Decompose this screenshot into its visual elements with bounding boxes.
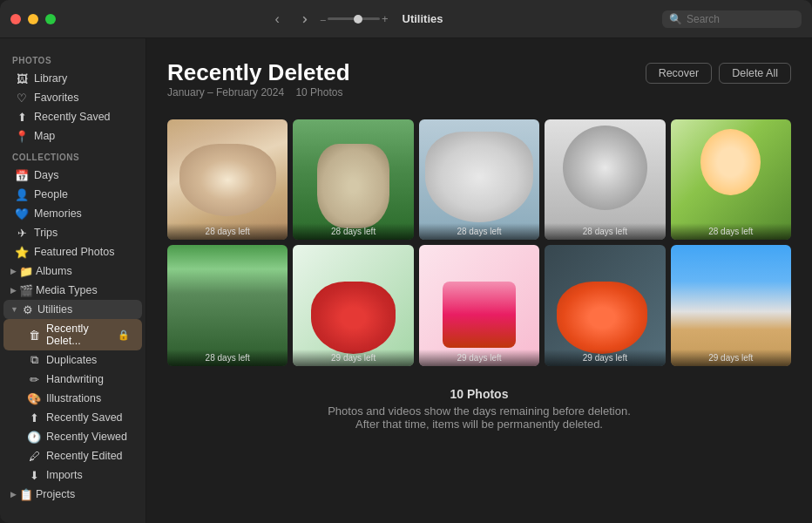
titlebar-center: ‹ ⌃ – + Utilities: [56, 10, 662, 29]
rotate-button[interactable]: ⌃: [290, 12, 309, 25]
photo-cell[interactable]: 28 days left: [671, 119, 791, 240]
search-input[interactable]: [687, 13, 795, 25]
sidebar-item-label: Illustrations: [46, 392, 101, 404]
footer-info: 10 Photos Photos and videos show the day…: [167, 387, 791, 431]
photo-cell[interactable]: 28 days left: [167, 245, 288, 365]
sidebar-item-featured-photos[interactable]: ⭐ Featured Photos: [3, 242, 142, 262]
photo-cell[interactable]: 28 days left: [293, 119, 413, 240]
footer-line2: After that time, items will be permanent…: [167, 418, 791, 431]
zoom-minus[interactable]: –: [321, 14, 326, 24]
chevron-right-icon: ▶: [10, 286, 17, 295]
footer-count: 10 Photos: [167, 387, 791, 401]
sidebar-item-label: Days: [34, 169, 58, 181]
favorites-icon: ♡: [16, 92, 28, 104]
photo-cell[interactable]: 28 days left: [545, 119, 665, 240]
sidebar-item-library[interactable]: 🖼 Library: [3, 69, 142, 88]
photo-cell[interactable]: 28 days left: [419, 119, 539, 240]
title-area: Recently Deleted January – February 2024…: [167, 59, 350, 114]
memories-icon: 💙: [16, 207, 28, 220]
handwriting-icon: ✏: [28, 373, 40, 385]
traffic-lights: [10, 14, 56, 24]
featured-icon: ⭐: [16, 246, 28, 258]
titlebar-right: 🔍: [662, 10, 802, 28]
recently-saved-icon: ⬆: [16, 111, 28, 123]
sidebar-item-label: Imports: [46, 469, 83, 481]
photo-cell[interactable]: 28 days left: [167, 119, 288, 240]
sidebar-item-map[interactable]: 📍 Map: [3, 126, 142, 146]
sidebar-item-label: People: [34, 188, 68, 200]
sidebar-item-illustrations[interactable]: 🎨 Illustrations: [3, 389, 142, 408]
recently-saved2-icon: ⬆: [28, 411, 40, 424]
footer-line1: Photos and videos show the days remainin…: [167, 404, 791, 418]
sidebar-item-label: Trips: [34, 227, 58, 239]
photos-section-label: Photos: [0, 49, 145, 69]
sidebar-item-recently-saved[interactable]: ⬆ Recently Saved: [3, 107, 142, 126]
sidebar-item-recently-saved-2[interactable]: ⬆ Recently Saved: [3, 408, 142, 427]
delete-all-button[interactable]: Delete All: [719, 63, 791, 84]
sidebar-item-label: Recently Viewed: [46, 431, 127, 443]
photo-caption: 29 days left: [671, 350, 791, 366]
trash-icon: 🗑: [28, 329, 40, 341]
zoom-thumb: [354, 15, 362, 24]
illustrations-icon: 🎨: [28, 392, 40, 404]
media-types-icon: 🎬: [20, 284, 32, 296]
photo-caption: 28 days left: [167, 350, 288, 366]
trips-icon: ✈: [16, 227, 28, 239]
sidebar-item-media-types[interactable]: ▶ 🎬 Media Types: [3, 281, 142, 300]
photo-caption: 29 days left: [293, 350, 413, 366]
sidebar-item-label: Media Types: [36, 284, 98, 296]
sidebar-item-recently-deleted[interactable]: 🗑 Recently Delet... 🔒: [3, 319, 142, 350]
sidebar-item-people[interactable]: 👤 People: [3, 185, 142, 204]
sidebar-item-duplicates[interactable]: ⧉ Duplicates: [3, 350, 142, 370]
sidebar-item-label: Projects: [36, 488, 75, 500]
minimize-button[interactable]: [28, 14, 38, 24]
photo-caption: 28 days left: [419, 223, 539, 240]
subtitle-date: January – February 2024: [167, 86, 284, 98]
sidebar-item-label: Utilities: [37, 303, 72, 316]
sidebar-item-label: Duplicates: [46, 354, 97, 366]
sidebar-item-projects[interactable]: ▶ 📋 Projects: [3, 485, 142, 504]
photo-caption: 28 days left: [545, 223, 665, 240]
zoom-plus[interactable]: +: [382, 12, 389, 25]
sidebar-item-recently-edited[interactable]: 🖊 Recently Edited: [3, 446, 142, 465]
titlebar: ‹ ⌃ – + Utilities 🔍: [0, 0, 812, 38]
sidebar-item-albums[interactable]: ▶ 📁 Albums: [3, 262, 142, 281]
app-window: ‹ ⌃ – + Utilities 🔍 Photos 🖼 Li: [0, 0, 812, 523]
sidebar-item-memories[interactable]: 💙 Memories: [3, 204, 142, 223]
utilities-icon: ⚙: [22, 303, 34, 316]
zoom-control[interactable]: – +: [321, 12, 389, 25]
sidebar: Photos 🖼 Library ♡ Favorites ⬆ Recently …: [0, 38, 146, 523]
sidebar-item-label: Recently Delet...: [46, 323, 112, 347]
sidebar-item-imports[interactable]: ⬇ Imports: [3, 465, 142, 485]
sidebar-item-handwriting[interactable]: ✏ Handwriting: [3, 370, 142, 389]
recently-edited-icon: 🖊: [28, 450, 40, 462]
recover-button[interactable]: Recover: [646, 63, 713, 84]
zoom-track[interactable]: [328, 17, 380, 20]
photo-cell[interactable]: 29 days left: [419, 245, 539, 365]
search-bar[interactable]: 🔍: [662, 10, 802, 28]
fullscreen-button[interactable]: [45, 14, 56, 24]
lock-icon: 🔒: [118, 329, 130, 341]
content-header: Recently Deleted January – February 2024…: [167, 59, 791, 114]
imports-icon: ⬇: [28, 469, 40, 481]
sidebar-item-recently-viewed[interactable]: 🕐 Recently Viewed: [3, 427, 142, 446]
back-button[interactable]: ‹: [274, 11, 279, 27]
page-title: Recently Deleted: [167, 59, 350, 86]
photo-cell[interactable]: 29 days left: [293, 245, 413, 365]
sidebar-item-days[interactable]: 📅 Days: [3, 166, 142, 185]
main-layout: Photos 🖼 Library ♡ Favorites ⬆ Recently …: [0, 38, 812, 523]
sidebar-item-trips[interactable]: ✈ Trips: [3, 223, 142, 242]
search-icon: 🔍: [669, 13, 682, 25]
days-icon: 📅: [16, 169, 28, 181]
photo-grid: 28 days left 28 days left 28 days left 2…: [167, 119, 791, 366]
photo-caption: 28 days left: [167, 223, 288, 240]
photo-caption: 29 days left: [545, 350, 665, 366]
photo-caption: 29 days left: [419, 350, 539, 366]
photo-cell[interactable]: 29 days left: [545, 245, 665, 365]
close-button[interactable]: [10, 14, 21, 24]
header-buttons: Recover Delete All: [646, 63, 791, 84]
photo-caption: 28 days left: [293, 223, 413, 240]
photo-cell[interactable]: 29 days left: [671, 245, 791, 365]
sidebar-item-utilities[interactable]: ▼ ⚙ Utilities: [3, 300, 142, 319]
sidebar-item-favorites[interactable]: ♡ Favorites: [3, 88, 142, 107]
